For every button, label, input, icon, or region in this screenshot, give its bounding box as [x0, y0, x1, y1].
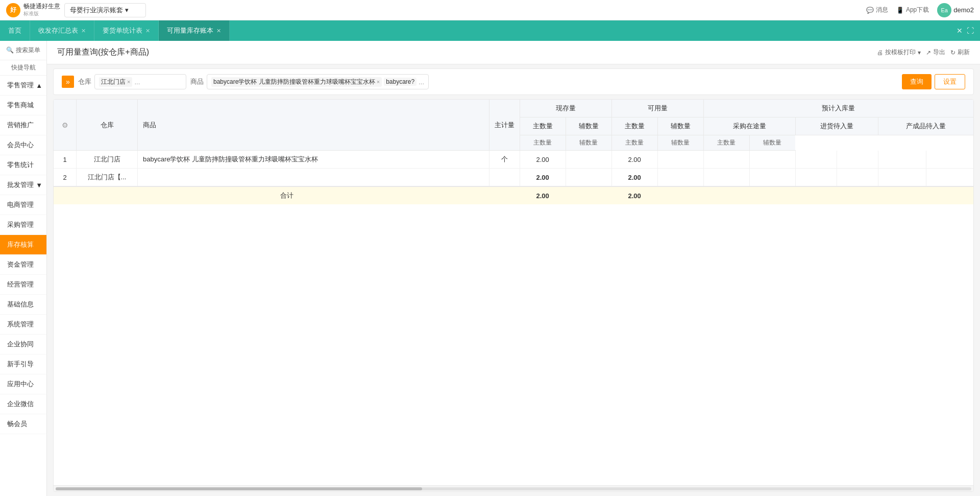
- col-available-header: 可用量: [611, 100, 703, 117]
- summary-purchase-main: [703, 186, 749, 204]
- col-inbound-main-header: 主数量: [611, 135, 657, 151]
- app-download-button[interactable]: 📱 App下载: [896, 6, 929, 14]
- col-avail-aux-header: 辅数量: [657, 117, 703, 135]
- query-button[interactable]: 查询: [902, 74, 932, 89]
- sidebar-item-enterprise-collab[interactable]: 企业协同: [0, 335, 46, 355]
- tab-order-summary[interactable]: 要货单统计表 ✕: [94, 20, 159, 41]
- filter-expand-button[interactable]: »: [62, 76, 74, 88]
- sidebar-item-inventory-check[interactable]: 库存核算: [0, 235, 46, 255]
- logo-text-area: 畅捷通好生意 标准版: [23, 3, 60, 18]
- sidebar-item-operations-mgmt-label: 经营管理: [7, 280, 34, 289]
- refresh-button[interactable]: ↻ 刷新: [950, 48, 970, 57]
- sidebar-item-retail-mgmt[interactable]: 零售管理 ▲: [0, 76, 46, 96]
- chevron-down-icon: ▼: [36, 181, 42, 189]
- warehouse-label: 仓库: [78, 77, 91, 86]
- col-settings: ⚙: [54, 100, 77, 151]
- table-scroll-bar[interactable]: [54, 485, 973, 491]
- summary-stock-main: 2.00: [520, 186, 566, 204]
- logo-area: 好 畅捷通好生意 标准版: [6, 3, 60, 18]
- sidebar-item-retail-stats-label: 零售统计: [7, 160, 34, 170]
- col-production-aux-header: 辅数量: [749, 135, 795, 151]
- user-area[interactable]: Ea demo2: [937, 3, 974, 17]
- sidebar-item-purchase-mgmt-label: 采购管理: [7, 220, 34, 229]
- tab-order-summary-close[interactable]: ✕: [145, 28, 150, 34]
- row1-warehouse: 江北门店: [77, 151, 138, 169]
- col-unit-header: 主计量: [489, 100, 520, 151]
- tab-close-all-button[interactable]: ✕: [957, 27, 963, 35]
- warehouse-tag-remove[interactable]: ×: [127, 79, 130, 85]
- row2-avail-main: 2.00: [611, 169, 657, 187]
- message-button[interactable]: 💬 消息: [866, 6, 888, 14]
- sidebar-item-basic-info[interactable]: 基础信息: [0, 295, 46, 315]
- warehouse-input[interactable]: 江北门店 × ...: [94, 74, 186, 89]
- sidebar-quick-nav[interactable]: 快捷导航: [0, 60, 46, 76]
- tab-available-inventory[interactable]: 可用量库存账本 ✕: [159, 20, 230, 41]
- table-row: 1 江北门店 babycare学饮杯 儿童防摔防撞吸管杯重力球吸嘴杯宝宝水杯 个…: [54, 151, 973, 169]
- row2-inbound-main: [795, 169, 837, 187]
- sidebar-item-ecommerce-mgmt[interactable]: 电商管理: [0, 195, 46, 215]
- row1-avail-main: 2.00: [611, 151, 657, 169]
- row1-index: 1: [54, 151, 77, 169]
- row1-product: babycare学饮杯 儿童防摔防撞吸管杯重力球吸嘴杯宝宝水杯: [138, 151, 489, 169]
- logo-icon: 好: [6, 3, 20, 17]
- search-label: 搜索菜单: [16, 46, 40, 54]
- page-title: 可用量查询(按仓库+商品): [57, 47, 149, 64]
- industry-selector[interactable]: 母婴行业演示账套 ▾: [64, 3, 146, 17]
- refresh-label: 刷新: [958, 48, 970, 57]
- tab-receive-summary-label: 收发存汇总表: [38, 26, 78, 35]
- avatar: Ea: [937, 3, 951, 17]
- industry-label: 母婴行业演示账套: [70, 6, 123, 15]
- sidebar-item-app-center[interactable]: 应用中心: [0, 374, 46, 394]
- sidebar-item-retail-mall[interactable]: 零售商城: [0, 96, 46, 115]
- row1-purchase-main: [703, 151, 749, 169]
- app-download-label: App下载: [906, 6, 929, 14]
- refresh-icon: ↻: [950, 49, 955, 56]
- export-button[interactable]: ↗ 导出: [926, 48, 945, 57]
- sidebar-item-finance-mgmt[interactable]: 资金管理: [0, 255, 46, 275]
- message-label: 消息: [876, 6, 888, 14]
- sidebar-item-wholesale-mgmt[interactable]: 批发管理 ▼: [0, 175, 46, 195]
- tab-home[interactable]: 首页: [0, 20, 30, 41]
- sidebar-search[interactable]: 🔍 搜索菜单: [0, 41, 46, 60]
- sidebar-item-enterprise-wechat[interactable]: 企业微信: [0, 394, 46, 414]
- logo-sub: 标准版: [23, 10, 60, 17]
- summary-inbound-aux: [837, 186, 878, 204]
- sidebar-item-new-guide[interactable]: 新手引导: [0, 355, 46, 374]
- tab-receive-summary-close[interactable]: ✕: [81, 28, 86, 34]
- settings-button[interactable]: 设置: [935, 74, 965, 89]
- sidebar-item-marketing[interactable]: 营销推广: [0, 115, 46, 135]
- product-ellipsis[interactable]: ...: [419, 78, 424, 86]
- table-header-row: ⚙ 仓库 商品 主计量 现存量 可用量 预计入库量: [54, 100, 973, 117]
- product-input[interactable]: babycare学饮杯 儿童防摔防撞吸管杯重力球吸嘴杯宝宝水杯 × babyca…: [207, 74, 429, 89]
- table-container: ⚙ 仓库 商品 主计量 现存量 可用量 预计入库量 主数量 辅数量 主数量 辅数…: [53, 99, 974, 492]
- product-tag-2: babycare?: [384, 78, 416, 86]
- print-button[interactable]: 🖨 按模板打印 ▾: [877, 48, 921, 57]
- chevron-down-icon: ▾: [125, 6, 129, 14]
- tab-available-inventory-close[interactable]: ✕: [216, 28, 221, 34]
- sidebar-item-system-mgmt-label: 系统管理: [7, 320, 34, 329]
- sidebar-item-purchase-mgmt[interactable]: 采购管理: [0, 215, 46, 235]
- col-avail-main-header: 主数量: [611, 117, 657, 135]
- col-stock-aux-header: 辅数量: [566, 117, 611, 135]
- sidebar-item-vip-member[interactable]: 畅会员: [0, 414, 46, 434]
- sidebar-item-retail-stats[interactable]: 零售统计: [0, 155, 46, 175]
- col-current-stock-header: 现存量: [520, 100, 611, 117]
- col-planned-inbound-header: 预计入库量: [703, 100, 973, 117]
- warehouse-ellipsis[interactable]: ...: [134, 78, 140, 86]
- sidebar-item-operations-mgmt[interactable]: 经营管理: [0, 275, 46, 295]
- product-tag-2-text: babycare?: [386, 78, 414, 85]
- logo-text: 畅捷通好生意: [23, 3, 60, 11]
- row2-stock-main: 2.00: [520, 169, 566, 187]
- product-tag-1-remove[interactable]: ×: [377, 79, 380, 85]
- col-purchase-aux-header: 辅数量: [566, 135, 611, 151]
- sidebar-item-enterprise-collab-label: 企业协同: [7, 340, 34, 349]
- sidebar-item-member-center[interactable]: 会员中心: [0, 135, 46, 155]
- col-inbound-aux-header: 辅数量: [657, 135, 703, 151]
- sidebar-item-basic-info-label: 基础信息: [7, 300, 34, 309]
- sidebar-item-member-center-label: 会员中心: [7, 140, 34, 150]
- tab-maximize-button[interactable]: ⛶: [967, 27, 974, 35]
- sidebar-item-system-mgmt[interactable]: 系统管理: [0, 315, 46, 335]
- table-settings-icon[interactable]: ⚙: [59, 119, 71, 131]
- tab-receive-summary[interactable]: 收发存汇总表 ✕: [30, 20, 94, 41]
- top-bar-right: 💬 消息 📱 App下载 Ea demo2: [866, 3, 974, 17]
